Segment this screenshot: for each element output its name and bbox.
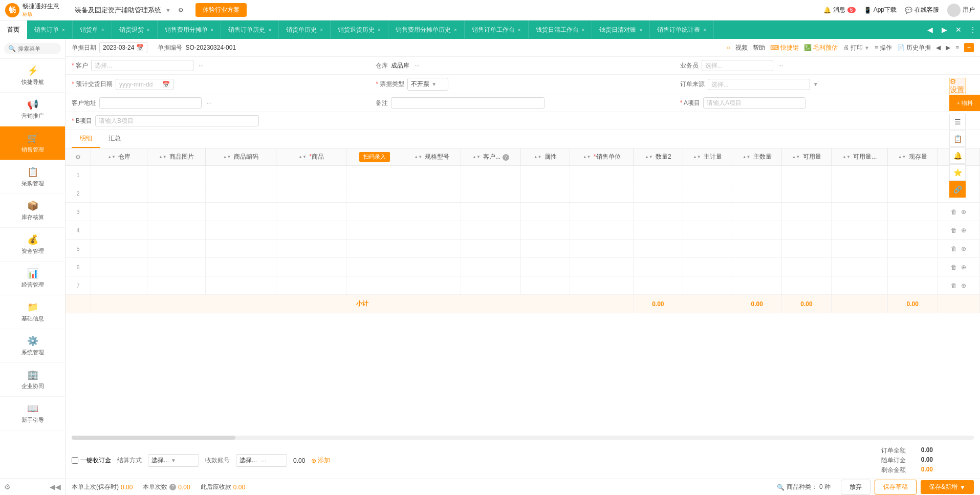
cell-attribute[interactable] <box>520 166 570 184</box>
warehouse-more-icon[interactable]: ··· <box>415 62 420 69</box>
cell-scan[interactable] <box>346 240 403 258</box>
cell-available-more[interactable] <box>831 166 888 184</box>
settings-icon[interactable]: ⚙ <box>175 4 187 16</box>
tab-cash-reconcile[interactable]: 钱货日清对账 × <box>592 20 650 39</box>
cell-attribute[interactable] <box>520 240 570 258</box>
list-view-icon[interactable]: ≡ <box>955 44 959 51</box>
user-area[interactable]: 用户 <box>947 4 975 17</box>
close-tab-icon[interactable]: × <box>62 27 65 33</box>
print-dropdown-icon[interactable]: ▼ <box>864 45 869 51</box>
toolbar-view[interactable]: 视频 <box>735 44 748 52</box>
copy-row-icon[interactable]: ⊕ <box>961 227 966 234</box>
cell-warehouse[interactable] <box>91 276 147 295</box>
new-btn-icon[interactable]: + <box>964 43 974 52</box>
cell-code[interactable] <box>205 166 276 184</box>
cell-code[interactable] <box>205 258 276 276</box>
search-input[interactable] <box>18 46 57 52</box>
sidebar-item-quick-nav[interactable]: ⚡ 快捷导航 <box>0 59 65 93</box>
cell-sales-unit[interactable] <box>570 276 634 295</box>
cell-image[interactable] <box>147 258 205 276</box>
cell-main-qty[interactable] <box>732 184 782 203</box>
discard-button[interactable]: 放弃 <box>841 480 870 494</box>
close-tab-icon[interactable]: × <box>454 27 457 33</box>
b-project-input[interactable] <box>95 115 259 126</box>
cell-available-more[interactable] <box>831 258 888 276</box>
a-project-input[interactable] <box>703 97 805 109</box>
cell-available-more[interactable] <box>831 221 888 240</box>
tab-order-workbench[interactable]: 销售订单工作台 × <box>465 20 529 39</box>
copy-row-icon[interactable]: ⊕ <box>961 208 966 216</box>
cell-stock[interactable] <box>888 203 938 221</box>
cell-customer-info[interactable] <box>461 221 521 240</box>
sidebar-item-purchase[interactable]: 📋 采购管理 <box>0 160 65 194</box>
right-panel-link-icon[interactable]: 🔗 <box>949 181 966 198</box>
cell-stock[interactable] <box>888 166 938 184</box>
tab-return-history[interactable]: 销货退货历史 × <box>331 20 388 39</box>
cell-customer-info[interactable] <box>461 166 521 184</box>
cell-attribute[interactable] <box>520 184 570 203</box>
cell-qty2[interactable] <box>634 221 683 240</box>
nav-next-icon[interactable]: ▶ <box>937 23 951 37</box>
h-scrollbar[interactable] <box>72 436 974 440</box>
right-panel-record-icon[interactable]: 📋 <box>949 131 966 147</box>
cell-available-more[interactable] <box>831 184 888 203</box>
cell-image[interactable] <box>147 203 205 221</box>
cell-goods[interactable] <box>276 166 346 184</box>
cell-scan[interactable] <box>346 221 403 240</box>
column-settings-icon[interactable]: ⚙ <box>75 154 81 161</box>
cell-qty2[interactable] <box>634 258 683 276</box>
cell-main-unit[interactable] <box>683 240 732 258</box>
nav-prev-btn[interactable]: ◀ <box>936 44 941 51</box>
cell-stock[interactable] <box>888 240 938 258</box>
cell-sales-unit[interactable] <box>570 221 634 240</box>
cell-warehouse[interactable] <box>91 166 147 184</box>
close-tab-icon[interactable]: × <box>518 27 521 33</box>
cell-goods[interactable] <box>276 184 346 203</box>
quick-checkout-checkbox[interactable] <box>72 457 78 464</box>
collection-more-icon[interactable]: ··· <box>261 457 266 464</box>
sidebar-item-basic-info[interactable]: 📁 基础信息 <box>0 295 65 329</box>
table-scroll-wrapper[interactable]: ⚙ ▲▼ 仓库 ▲▼ 商品图片 <box>66 148 980 434</box>
cell-image[interactable] <box>147 276 205 295</box>
cell-main-unit[interactable] <box>683 203 732 221</box>
cell-code[interactable] <box>205 221 276 240</box>
sidebar-item-enterprise[interactable]: 🏢 企业协同 <box>0 363 65 397</box>
cell-spec[interactable] <box>403 221 461 240</box>
delete-row-icon[interactable]: 🗑 <box>951 245 957 252</box>
cell-code[interactable] <box>205 240 276 258</box>
collection-account-select[interactable]: 选择... ··· <box>236 454 287 467</box>
cell-goods[interactable] <box>276 276 346 295</box>
cell-goods[interactable] <box>276 221 346 240</box>
toolbar-shortcut[interactable]: ⌨ 快捷键 <box>770 44 799 52</box>
save-new-button[interactable]: 保存&新增 ▼ <box>921 480 974 494</box>
cell-available[interactable] <box>782 184 832 203</box>
close-tab-icon[interactable]: × <box>211 27 214 33</box>
cell-spec[interactable] <box>403 240 461 258</box>
tab-sales-expense[interactable]: 销售费用分摊单 × <box>158 20 222 39</box>
cell-attribute[interactable] <box>520 203 570 221</box>
cell-code[interactable] <box>205 184 276 203</box>
toolbar-print[interactable]: 🖨 打印 ▼ <box>843 44 869 52</box>
salesperson-more-icon[interactable]: ··· <box>778 62 783 69</box>
sidebar-item-system[interactable]: ⚙️ 系统管理 <box>0 329 65 363</box>
cell-attribute[interactable] <box>520 258 570 276</box>
cell-spec[interactable] <box>403 276 461 295</box>
sidebar-item-operations[interactable]: 📊 经营管理 <box>0 262 65 295</box>
dropdown-arrow-icon[interactable]: ▼ <box>165 7 171 13</box>
cell-qty2[interactable] <box>634 203 683 221</box>
cell-image[interactable] <box>147 184 205 203</box>
cell-available-more[interactable] <box>831 203 888 221</box>
cell-image[interactable] <box>147 240 205 258</box>
cell-main-unit[interactable] <box>683 258 732 276</box>
tab-expense-history[interactable]: 销售费用分摊单历史 × <box>388 20 465 39</box>
cell-stock[interactable] <box>888 221 938 240</box>
cell-code[interactable] <box>205 203 276 221</box>
delete-row-icon[interactable]: 🗑 <box>951 227 957 234</box>
delivery-date-input[interactable] <box>119 81 160 88</box>
cell-available[interactable] <box>782 240 832 258</box>
date-field[interactable]: 2023-03-24 📅 <box>99 42 147 53</box>
toolbar-history[interactable]: 📄 历史单据 <box>897 44 931 52</box>
nav-close-icon[interactable]: ✕ <box>951 23 966 37</box>
cell-available[interactable] <box>782 258 832 276</box>
cell-sales-unit[interactable] <box>570 166 634 184</box>
